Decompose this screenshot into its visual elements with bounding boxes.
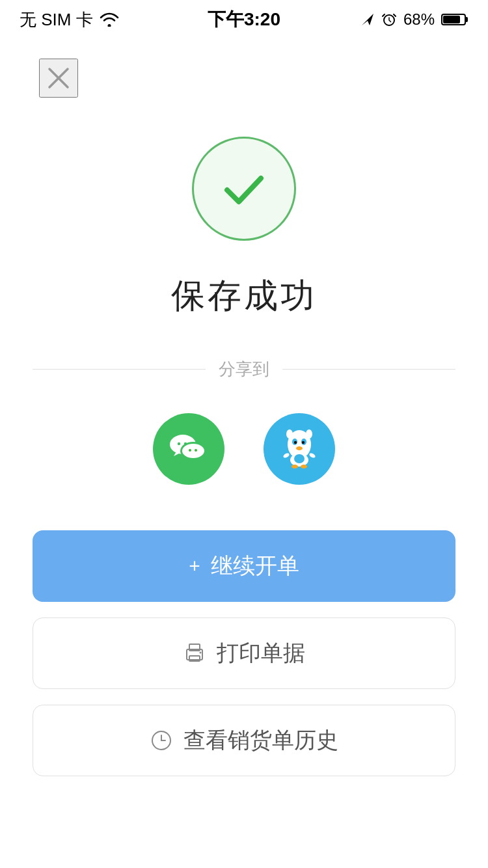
divider-right [282, 369, 455, 370]
alarm-icon [381, 12, 397, 27]
continue-button[interactable]: + 继续开单 [33, 530, 455, 602]
plus-icon: + [189, 555, 200, 577]
print-button[interactable]: 打印单据 [33, 617, 455, 689]
svg-point-19 [296, 446, 303, 450]
status-left: 无 SIM 卡 [20, 8, 119, 31]
print-label: 打印单据 [217, 638, 305, 668]
share-label: 分享到 [219, 358, 269, 381]
action-buttons: + 继续开单 打印单据 查看销货单历史 [33, 530, 455, 776]
status-right: 68% [360, 10, 468, 29]
svg-point-11 [189, 449, 191, 452]
print-icon [183, 642, 206, 665]
svg-point-25 [301, 465, 307, 468]
history-button[interactable]: 查看销货单历史 [33, 705, 455, 776]
battery-text: 68% [403, 10, 435, 29]
svg-point-16 [294, 441, 297, 444]
history-icon [150, 729, 173, 752]
svg-point-18 [302, 441, 305, 444]
svg-point-9 [178, 442, 180, 445]
svg-point-26 [282, 452, 290, 459]
svg-point-21 [306, 429, 312, 439]
svg-rect-2 [465, 17, 468, 22]
qq-share-button[interactable] [264, 413, 335, 485]
status-time: 下午3:20 [208, 7, 280, 32]
battery-icon [441, 12, 468, 27]
divider-left [33, 369, 206, 370]
main-content: 保存成功 分享到 [0, 39, 488, 868]
close-x-icon [47, 66, 70, 90]
close-button[interactable] [39, 59, 78, 98]
location-icon [360, 12, 375, 27]
wechat-icon [167, 430, 210, 468]
history-label: 查看销货单历史 [183, 726, 338, 755]
svg-point-10 [184, 442, 187, 445]
wechat-share-button[interactable] [153, 413, 224, 485]
svg-point-27 [308, 452, 316, 459]
svg-point-12 [195, 449, 197, 452]
svg-point-31 [200, 652, 202, 654]
share-icons [153, 413, 335, 485]
svg-point-8 [182, 444, 204, 458]
wifi-icon [100, 12, 119, 27]
checkmark-icon [218, 163, 270, 215]
share-divider: 分享到 [33, 358, 455, 381]
success-title: 保存成功 [171, 273, 317, 319]
svg-rect-3 [443, 16, 460, 23]
status-bar: 无 SIM 卡 下午3:20 68% [0, 0, 488, 39]
continue-label: 继续开单 [211, 551, 299, 581]
svg-point-23 [294, 454, 305, 463]
success-circle [192, 137, 296, 241]
no-sim-text: 无 SIM 卡 [20, 8, 93, 31]
qq-icon [278, 426, 321, 472]
svg-point-20 [286, 429, 293, 439]
svg-point-24 [291, 465, 298, 468]
